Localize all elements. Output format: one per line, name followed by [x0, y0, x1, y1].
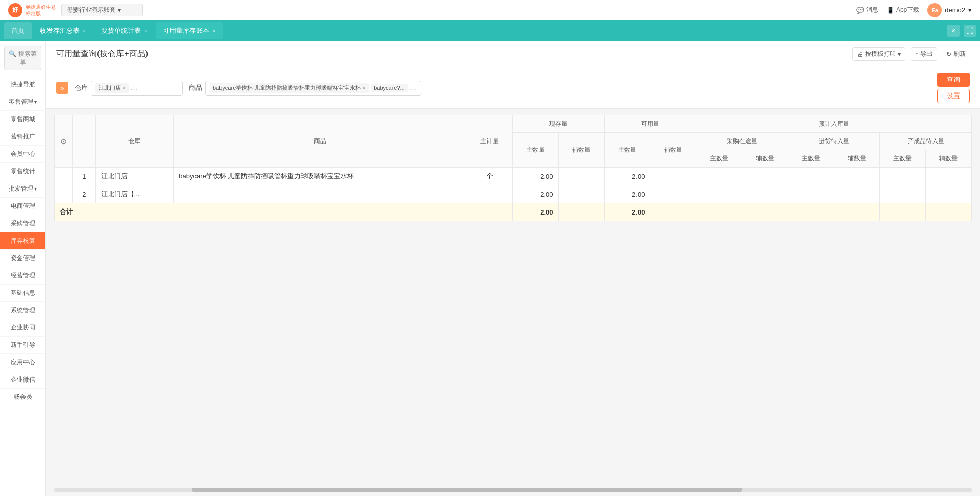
table-row: 2 江北门店【... 2.00 2.00 — [55, 185, 972, 203]
row-current-aux-1 — [558, 185, 604, 203]
message-action[interactable]: 消息 — [856, 6, 878, 14]
main-layout: 🔍 搜索菜单 快捷导航 零售管理 ▾ 零售商城 营销推广 会员中心 零售统计 批… — [0, 41, 980, 496]
product-label: 商品 — [189, 83, 202, 92]
row-inbound-main-1 — [788, 185, 834, 203]
tab-home[interactable]: 首页 — [4, 22, 32, 39]
warehouse-input[interactable]: 江北门店 × ... — [91, 81, 183, 96]
row-inbound-aux-0 — [834, 168, 880, 185]
sidebar-item-yingxiao[interactable]: 营销推广 — [0, 128, 45, 146]
close-shoufacun-icon[interactable]: × — [83, 28, 86, 34]
warehouse-ellipsis[interactable]: ... — [131, 83, 137, 92]
refresh-icon: ↻ — [946, 51, 951, 58]
message-icon — [856, 7, 864, 14]
tab-shoufacun[interactable]: 收发存汇总表 × — [33, 22, 93, 39]
product-ellipsis[interactable]: ... — [410, 83, 416, 92]
pifaguanli-label: 批发管理 — [9, 184, 33, 193]
total-label: 合计 — [55, 203, 513, 221]
row-unit-1 — [467, 185, 512, 203]
sidebar-item-caigou[interactable]: 采购管理 — [0, 215, 45, 232]
search-icon: 🔍 — [9, 50, 16, 57]
product-input[interactable]: babycare学饮杯 儿童防摔防撞吸管杯重力球吸嘴杯宝宝水杯 × babyca… — [205, 81, 421, 96]
warehouse-filter-group: 仓库 江北门店 × ... — [75, 81, 183, 96]
sidebar-item-xitong[interactable]: 系统管理 — [0, 302, 45, 319]
row-available-aux-1 — [650, 185, 696, 203]
filter-expand-button[interactable]: » — [56, 82, 68, 94]
warehouse-tag-close-icon[interactable]: × — [122, 85, 126, 91]
gear-icon[interactable] — [60, 137, 67, 146]
top-bar-right: 消息 App下载 Ea demo2 — [856, 3, 972, 17]
tab-keyongliang-label: 可用量库存账本 — [163, 26, 209, 35]
user-info[interactable]: Ea demo2 — [927, 3, 972, 17]
th-available-main-qty: 主数量 — [604, 133, 650, 168]
sidebar-item-yingyong[interactable]: 应用中心 — [0, 354, 45, 371]
sidebar-item-pifaguanli[interactable]: 批发管理 ▾ — [0, 180, 45, 198]
export-button[interactable]: ↑ 导出 — [911, 47, 937, 61]
th-product-pending-aux: 辅数量 — [925, 150, 971, 168]
sidebar-item-jingying[interactable]: 经营管理 — [0, 267, 45, 285]
sidebar-item-xinshou[interactable]: 新手引导 — [0, 337, 45, 354]
row-warehouse-1: 江北门店【... — [95, 185, 174, 203]
close-yaohuo-icon[interactable]: × — [144, 28, 147, 34]
sidebar-item-zijin[interactable]: 资金管理 — [0, 250, 45, 267]
sidebar-item-qiyext[interactable]: 企业协同 — [0, 319, 45, 337]
lingxiaotj-label: 零售统计 — [11, 168, 35, 175]
horizontal-scrollbar[interactable] — [54, 488, 972, 492]
sidebar-item-huiyuan[interactable]: 会员中心 — [0, 146, 45, 163]
table-row: 1 江北门店 babycare学饮杯 儿童防摔防撞吸管杯重力球吸嘴杯宝宝水杯 个… — [55, 168, 972, 185]
sidebar-item-lingxiaoshangcheng[interactable]: 零售商城 — [0, 111, 45, 128]
product-tag-1-close-icon[interactable]: × — [362, 85, 365, 91]
close-keyongliang-icon[interactable]: × — [212, 28, 215, 34]
th-planned-inbound-group: 预计入库量 — [696, 115, 972, 133]
sidebar-item-dianshang[interactable]: 电商管理 — [0, 198, 45, 215]
print-template-button[interactable]: 🖨 按模板打印 ▾ — [852, 47, 905, 61]
close-all-tabs-button[interactable]: × — [947, 25, 960, 37]
tab-yaohuo[interactable]: 要货单统计表 × — [94, 22, 154, 39]
row-current-aux-0 — [558, 168, 604, 185]
total-available-main: 2.00 — [604, 203, 650, 221]
th-current-main-qty: 主数量 — [512, 133, 558, 168]
sidebar-item-quick-nav[interactable]: 快捷导航 — [0, 76, 45, 93]
page-title: 可用量查询(按仓库+商品) — [56, 49, 148, 59]
scrollbar-thumb[interactable] — [192, 488, 743, 492]
changhui-label: 畅会员 — [14, 393, 32, 400]
huiyuan-label: 会员中心 — [11, 150, 35, 157]
search-menu-button[interactable]: 🔍 搜索菜单 — [4, 46, 41, 70]
sidebar-item-lingxiao[interactable]: 零售管理 ▾ — [0, 93, 45, 111]
product-tag-2-text: babycare?... — [374, 85, 405, 91]
message-label: 消息 — [866, 6, 878, 14]
product-tag-1: babycare学饮杯 儿童防摔防撞吸管杯重力球吸嘴杯宝宝水杯 × — [210, 83, 369, 93]
tab-home-label: 首页 — [11, 26, 24, 35]
row-purchase-main-0 — [696, 168, 742, 185]
refresh-button[interactable]: ↻ 刷新 — [942, 48, 970, 60]
th-inbound-pending-group: 进货待入量 — [788, 133, 880, 150]
caigou-label: 采购管理 — [11, 220, 35, 227]
sidebar-item-lingxiaotj[interactable]: 零售统计 — [0, 163, 45, 180]
warehouse-label: 仓库 — [75, 83, 88, 92]
total-current-main: 2.00 — [512, 203, 558, 221]
th-warehouse: 仓库 — [95, 115, 174, 168]
sidebar-item-qiyewx[interactable]: 企业微信 — [0, 371, 45, 389]
industry-selector[interactable]: 母婴行业演示账套 — [61, 4, 143, 16]
row-product-main-1 — [880, 185, 926, 203]
settings-button[interactable]: 设置 — [937, 89, 970, 103]
yingyong-label: 应用中心 — [11, 359, 35, 366]
logo-area: 好 畅捷通好生意 标准版 — [8, 3, 56, 17]
sidebar-item-kucun[interactable]: 库存核算 — [0, 232, 45, 250]
logo-text: 畅捷通好生意 标准版 — [26, 4, 56, 17]
query-button[interactable]: 查询 — [937, 73, 970, 87]
qiyext-label: 企业协同 — [11, 324, 35, 331]
industry-label: 母婴行业演示账套 — [67, 6, 116, 14]
fullscreen-button[interactable]: ⛶ — [964, 25, 976, 37]
app-download-action[interactable]: App下载 — [887, 6, 919, 14]
sidebar-item-changhui[interactable]: 畅会员 — [0, 389, 45, 406]
sidebar-item-jichu[interactable]: 基础信息 — [0, 285, 45, 302]
refresh-label: 刷新 — [953, 50, 966, 58]
total-row: 合计 2.00 2.00 — [55, 203, 972, 221]
chevron-icon: ▾ — [34, 99, 37, 105]
th-current-aux-qty: 辅数量 — [558, 133, 604, 168]
tab-keyongliang[interactable]: 可用量库存账本 × — [156, 22, 223, 39]
row-available-aux-0 — [650, 168, 696, 185]
row-available-main-1: 2.00 — [604, 185, 650, 203]
row-current-main-0: 2.00 — [512, 168, 558, 185]
jichu-label: 基础信息 — [11, 289, 35, 296]
